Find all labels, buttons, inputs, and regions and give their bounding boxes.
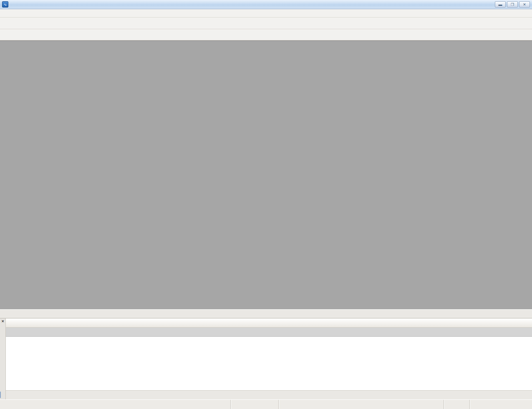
minimize-button[interactable]: ▬: [495, 1, 506, 8]
status-traffic: [469, 400, 532, 409]
menu-bar: [0, 9, 532, 18]
balance-row: [6, 328, 532, 337]
terminal-close-icon[interactable]: ✕: [1, 320, 5, 323]
toolbar-standard: [0, 18, 532, 29]
restore-button[interactable]: ❐: [507, 1, 518, 8]
orders-table-body: [6, 337, 532, 390]
terminal-side-strip: ✕: [0, 318, 6, 399]
app-icon: ∿: [2, 1, 8, 8]
close-button[interactable]: ✕: [519, 1, 530, 8]
terminal-tabs: [6, 390, 532, 399]
orders-table-header: [6, 318, 532, 328]
workspace: [0, 40, 532, 309]
status-help-text: [0, 400, 230, 409]
toolbar-drawing-timeframes: [0, 29, 532, 40]
status-empty-2: [444, 400, 469, 409]
status-bar: [0, 399, 532, 409]
terminal-panel: ✕: [0, 318, 532, 399]
status-empty-1: [278, 400, 444, 409]
terminal-vertical-label: [0, 391, 1, 398]
window-titlebar[interactable]: ∿ ▬ ❐ ✕: [0, 0, 532, 9]
window-controls: ▬ ❐ ✕: [495, 1, 530, 8]
mt4-desktop: { "window": {"title": "5225094: RoboFore…: [0, 0, 532, 409]
chart-tab-bar: [0, 309, 532, 318]
status-profile[interactable]: [230, 400, 278, 409]
terminal-main: [6, 318, 532, 399]
